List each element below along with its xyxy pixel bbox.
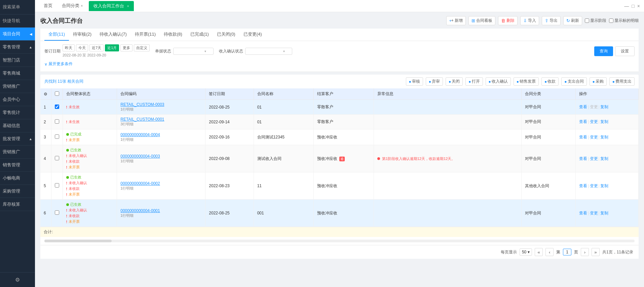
sidebar-item-basic-info[interactable]: 基础信息	[0, 119, 35, 132]
date-btn-custom[interactable]: 自定义	[134, 44, 150, 51]
edit-btn[interactable]: 变更	[590, 211, 598, 215]
view-btn[interactable]: 查看	[579, 119, 587, 124]
sidebar-item-ecommerce[interactable]: 小畅电商	[0, 172, 35, 185]
expense-out-button[interactable]: ● 费用支出	[609, 77, 635, 86]
last-page-button[interactable]: »	[592, 248, 600, 256]
maximize-button[interactable]: □	[632, 3, 634, 9]
sidebar-item-wholesale[interactable]: 批发管理 ▲	[0, 132, 35, 146]
tab-close-contract-category[interactable]: ×	[81, 4, 83, 8]
prev-page-button[interactable]: ‹	[545, 248, 554, 256]
edit-btn[interactable]: 变更	[590, 183, 598, 188]
status-select[interactable]: ▾	[173, 48, 214, 55]
sidebar-search[interactable]: 搜索菜单	[0, 0, 35, 14]
copy-btn[interactable]: 复制	[600, 135, 608, 139]
select-all-checkbox[interactable]	[55, 91, 59, 96]
filter-tab-pending-payment[interactable]: 待收款(8)	[160, 29, 186, 41]
minimize-button[interactable]: —	[624, 3, 629, 9]
copy-btn[interactable]: 复制	[600, 211, 608, 215]
show-detail-input[interactable]	[609, 18, 613, 23]
edit-btn[interactable]: 变更	[590, 119, 598, 124]
close-button[interactable]: ×	[637, 3, 640, 9]
filter-tab-all[interactable]: 全部(11)	[44, 29, 69, 41]
sidebar-item-inventory[interactable]: 库存核算	[0, 198, 35, 211]
contract-link[interactable]: 0000000000004-0003	[120, 154, 202, 159]
view-btn[interactable]: 查看	[579, 135, 587, 139]
row-checkbox[interactable]	[51, 115, 63, 129]
show-stages-input[interactable]	[585, 18, 589, 23]
contract-link[interactable]: 0000000000004-0002	[120, 181, 202, 186]
filter-tab-completed[interactable]: 已完成(1)	[186, 29, 213, 41]
date-btn-1month[interactable]: 近1月	[105, 44, 119, 51]
view-btn[interactable]: 查看	[579, 156, 587, 161]
expense-contract-button[interactable]: ● 支出合同	[561, 77, 586, 86]
abandon-review-button[interactable]: ● 弃审	[426, 77, 443, 86]
show-detail-checkbox[interactable]: 显示标的明细	[609, 18, 639, 24]
query-button[interactable]: 查询	[594, 46, 613, 56]
view-btn[interactable]: 查看	[579, 211, 587, 215]
copy-btn[interactable]: 复制	[600, 119, 608, 124]
sidebar-item-sales[interactable]: 销售管理	[0, 159, 35, 172]
horizontal-scrollbar[interactable]	[40, 237, 639, 245]
copy-btn[interactable]: 复制	[600, 105, 608, 109]
row-checkbox[interactable]	[51, 145, 63, 172]
contract-link[interactable]: RETAIL_CUSTOM-0001	[120, 117, 202, 122]
delete-button[interactable]: 🗑 删除	[498, 16, 518, 25]
next-page-button[interactable]: ›	[581, 248, 589, 256]
refresh-button[interactable]: ↻ 刷新	[563, 16, 582, 25]
edit-btn[interactable]: 变更	[590, 156, 598, 161]
sidebar-item-member-center[interactable]: 会员中心	[0, 93, 35, 106]
filter-tab-changed[interactable]: 已变更(4)	[239, 29, 266, 41]
export-button[interactable]: ⇧ 导出	[542, 16, 561, 25]
settings-icon[interactable]: ⚙	[15, 277, 20, 283]
close-contract-button[interactable]: ● 关闭	[446, 77, 463, 86]
edit-btn[interactable]: 变更	[590, 135, 598, 139]
show-stages-checkbox[interactable]: 显示阶段	[585, 18, 606, 24]
date-btn-more[interactable]: 更多	[120, 44, 132, 51]
tab-home[interactable]: 首页	[39, 0, 57, 12]
edit-btn[interactable]: 变更	[590, 105, 598, 109]
row-checkbox[interactable]	[51, 172, 63, 200]
row-checkbox[interactable]	[51, 100, 63, 115]
view-btn[interactable]: 查看	[579, 105, 587, 109]
import-button[interactable]: ⇩ 导入	[520, 16, 539, 25]
sidebar-item-retail-mall[interactable]: 零售商城	[0, 67, 35, 80]
row-checkbox[interactable]	[51, 129, 63, 145]
date-btn-today[interactable]: 今天	[76, 44, 88, 51]
per-page-select[interactable]: 50 ▾	[520, 248, 532, 256]
sales-invoice-button[interactable]: ● 销售发票	[514, 77, 539, 86]
view-btn[interactable]: 查看	[579, 183, 587, 188]
sidebar-item-marketing2[interactable]: 营销推广	[0, 146, 35, 159]
first-page-button[interactable]: «	[535, 248, 543, 256]
review-button[interactable]: ● 审核	[406, 77, 423, 86]
sidebar-item-purchase[interactable]: 采购管理	[0, 185, 35, 198]
tab-income-contract-workbench[interactable]: 收入合同工作台 ×	[89, 1, 134, 11]
expand-conditions-button[interactable]: ∨ 展开更多条件	[44, 60, 73, 68]
setting-button[interactable]: 设置	[615, 46, 635, 56]
income-confirm-button[interactable]: ● 收入确认	[486, 77, 511, 86]
purchase-button[interactable]: ● 采购	[590, 77, 607, 86]
sidebar-item-retail-stats[interactable]: 零售统计	[0, 106, 35, 119]
sidebar-item-retail-management[interactable]: 零售管理 ▲	[0, 41, 35, 54]
new-button[interactable]: + + 新增	[446, 16, 466, 25]
scrollbar-thumb[interactable]	[44, 240, 112, 242]
filter-tab-pending-invoice[interactable]: 待开票(11)	[131, 29, 160, 41]
open-contract-button[interactable]: ● 打开	[465, 77, 483, 86]
sidebar-item-smart-store[interactable]: 智慧门店	[0, 54, 35, 67]
contract-link[interactable]: RETAIL_CUSTOM-0003	[120, 102, 202, 107]
tab-contract-category[interactable]: 合同分类 ×	[57, 0, 87, 12]
date-btn-yesterday[interactable]: 昨天	[63, 44, 75, 51]
confirm-status-select[interactable]: ▾	[245, 48, 292, 55]
filter-tab-closed[interactable]: 已关闭(0)	[213, 29, 239, 41]
filter-tab-pending-confirm[interactable]: 待收入确认(7)	[96, 29, 131, 41]
copy-btn[interactable]: 复制	[600, 156, 608, 161]
kanban-button[interactable]: ⊞ 合同看板	[468, 16, 495, 25]
date-btn-7days[interactable]: 近7天	[89, 44, 104, 51]
contract-link[interactable]: 0000000000004-0001	[120, 208, 202, 213]
copy-btn[interactable]: 复制	[600, 183, 608, 188]
row-checkbox[interactable]	[51, 200, 63, 227]
sidebar-item-project-contract[interactable]: 项目合同 ◀	[0, 28, 35, 41]
filter-tab-pending-review[interactable]: 待审核(2)	[69, 29, 96, 41]
sidebar-nav[interactable]: 快捷导航	[0, 14, 35, 28]
contract-link[interactable]: 0000000000004-0004	[120, 132, 202, 137]
tab-close-income-contract[interactable]: ×	[127, 4, 129, 8]
